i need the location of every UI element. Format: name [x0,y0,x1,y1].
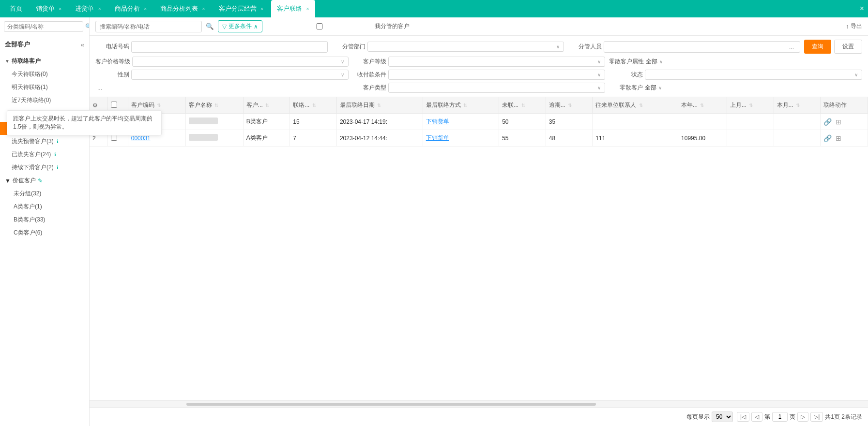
total-info: 共1页 2条记录 [825,413,862,421]
row1-name [185,114,243,130]
prev-page-button[interactable]: ◁ [751,412,762,422]
row1-actions: 🔗 ⊞ [821,114,868,130]
nav-tab-analysis[interactable]: 商品分析 × [109,0,152,17]
row2-this-month [774,130,821,147]
select-all-checkbox[interactable] [111,102,117,108]
contact-icon[interactable]: 🔗 [823,134,832,142]
close-icon[interactable]: × [306,6,309,12]
sidebar-item-today[interactable]: 今天待联络(0) [0,68,89,81]
action-icons: 🔗 ⊞ [823,118,865,126]
close-icon[interactable]: × [144,6,147,12]
menu-icon[interactable]: ⊞ [836,118,841,126]
row2-related: 111 [593,130,678,147]
filter-retail-customer: 零散客户 全部 ∨ [609,84,862,92]
retail-attr-select[interactable]: 全部 ∨ [646,58,663,66]
close-icon[interactable]: × [59,6,61,12]
col-type: 客户... ⇅ [243,97,290,114]
sidebar-search-input[interactable] [4,21,83,32]
nav-tab-home[interactable]: 首页 [4,0,28,17]
my-customers-checkbox-area: 我分管的客户 [266,22,410,30]
row2-uncontacted: 55 [499,130,546,147]
info-icon: ℹ [54,152,56,157]
sidebar-item-class-a[interactable]: A类客户(1) [0,200,89,213]
last-page-button[interactable]: ▷| [810,412,823,422]
col-overdue: 逾期... ⇅ [546,97,593,114]
page-number-input[interactable] [772,412,788,422]
nav-tab-sales[interactable]: 销货单 × [30,0,67,17]
sort-icon: ⇅ [639,103,643,108]
edit-icon[interactable]: ✎ [38,177,43,184]
department-select[interactable]: ∨ [367,42,564,52]
sidebar-item-class-b[interactable]: B类客户(33) [0,213,89,226]
filter-status: 状态 ∨ [609,70,862,80]
row2-this-year: 10995.00 [678,130,727,147]
customer-level-select[interactable]: ∨ [388,57,606,67]
advanced-filter: 电话号码 分管部门 ∨ 分管人员 ... [90,36,868,97]
nav-tab-purchase[interactable]: 进货单 × [69,0,107,17]
sidebar-item-declining[interactable]: 持续下滑客户(2) ℹ [0,161,89,174]
menu-icon[interactable]: ⊞ [836,134,841,142]
table-footer: 每页显示 50 |◁ ◁ 第 页 ▷ ▷| 共1页 2条记录 [90,407,868,426]
sidebar-item-churned[interactable]: 已流失客户(24) ℹ [0,148,89,161]
sidebar-all-customers-label: 全部客户 [5,40,30,49]
sidebar-item-7days[interactable]: 近7天待联络(0) [0,94,89,107]
sidebar-item-class-c[interactable]: C类客户(6) [0,226,89,239]
sidebar-group-title-pending[interactable]: ▼ 待联络客户 [0,55,89,68]
my-customers-checkbox[interactable] [266,23,373,29]
nav-tab-customer-contact[interactable]: 客户联络 × [271,0,315,17]
query-button[interactable]: 查询 [804,40,831,54]
price-level-select[interactable]: ∨ [132,57,349,67]
row2-name [185,130,243,147]
sidebar-item-churn-warning[interactable]: 流失预警客户(3) ℹ [0,135,89,148]
close-all-button[interactable]: × [860,4,864,13]
next-page-button[interactable]: ▷ [797,412,808,422]
arrow-down-icon: ▼ [5,177,11,184]
sidebar-item-tomorrow[interactable]: 明天待联络(1) [0,81,89,94]
sort-icon: ⇅ [265,103,269,108]
last-method-link[interactable]: 下销货单 [426,118,449,125]
nav-tab-analysis-list[interactable]: 商品分析列表 × [154,0,211,17]
collapse-icon[interactable]: « [81,41,84,48]
filter-row-4: ... 客户类型 ∨ 零散客户 全部 ∨ [95,83,862,93]
main-layout: 🔍 全部客户 « ▼ 待联络客户 今天待联络(0) 明天待联络(1) 近7天待联… [0,17,868,426]
close-icon[interactable]: × [260,6,263,12]
gender-select[interactable]: ∨ [131,70,349,80]
chevron-down-icon: ∨ [341,72,344,77]
phone-input[interactable] [131,41,328,53]
scroll-thumb[interactable] [186,403,596,406]
row1-contact-count: 15 [290,114,337,130]
close-icon[interactable]: × [98,6,101,12]
tooltip-box: 距客户上次交易时长，超过了此客户的平均交易周期的1.5倍，则视为异常。 [7,110,162,135]
search-button[interactable]: 🔍 [206,23,214,30]
customer-name-avatar [189,134,218,141]
last-method-link[interactable]: 下销货单 [426,134,449,141]
nav-tab-customer-seg[interactable]: 客户分层经营 × [213,0,269,17]
customer-name-avatar [189,118,218,124]
gear-icon[interactable]: ⚙ [92,102,98,109]
status-select[interactable]: ∨ [645,70,862,80]
filter-row-1: 电话号码 分管部门 ∨ 分管人员 ... [95,40,862,54]
export-button[interactable]: ↑ 导出 [846,22,862,30]
chevron-down-icon: ∨ [854,72,858,77]
retail-customer-select[interactable]: 全部 ∨ [645,84,662,92]
setting-button[interactable]: 设置 [834,40,862,54]
sidebar-value-customer-header: ▼ 价值客户 ✎ [0,174,89,187]
first-page-button[interactable]: |◁ [737,412,749,422]
per-page-select[interactable]: 50 [712,411,733,422]
sidebar-item-ungrouped[interactable]: 未分组(32) [0,187,89,200]
more-conditions-button[interactable]: ▽ 更多条件 ∧ [218,20,262,32]
close-icon[interactable]: × [202,6,205,12]
manager-select[interactable]: ... [604,41,800,53]
top-nav: 首页 销货单 × 进货单 × 商品分析 × 商品分析列表 × 客户分层经营 × … [0,0,868,17]
customer-code-link[interactable]: 000031 [131,135,151,142]
contact-icon[interactable]: 🔗 [823,118,832,126]
payment-select[interactable]: ∨ [388,70,606,80]
sidebar-all-customers[interactable]: 全部客户 « [0,36,89,53]
table-header-row: ⚙ 客户编码 ⇅ 客户名称 ⇅ 客户... ⇅ [90,97,868,114]
arrow-down-icon: ▼ [5,59,10,64]
customer-type-select[interactable]: ∨ [388,83,606,93]
search-icon[interactable]: 🔍 [85,23,90,30]
col-this-month: 本月... ⇅ [774,97,821,114]
search-input[interactable] [95,21,202,32]
horizontal-scrollbar[interactable] [90,400,868,407]
